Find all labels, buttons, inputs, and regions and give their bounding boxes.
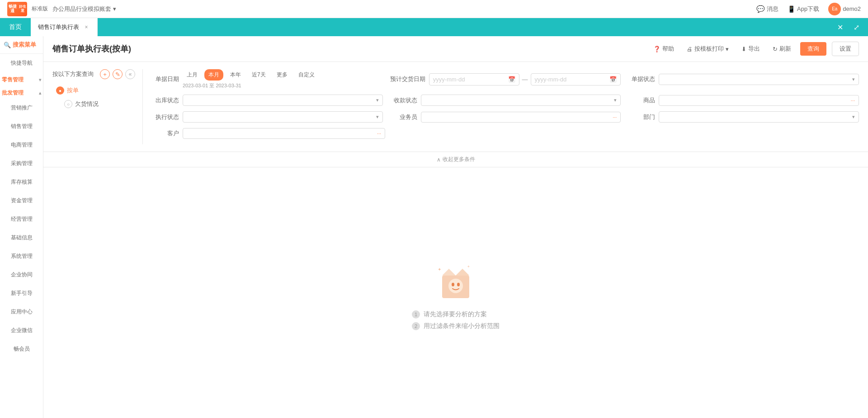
more-icon: ··· <box>613 114 617 120</box>
quick-date-lastmonth[interactable]: 上月 <box>183 69 202 81</box>
help-icon: ❓ <box>653 46 660 52</box>
refresh-button[interactable]: ↻ 刷新 <box>769 43 795 55</box>
content-area: 销售订单执行表(按单) ❓ 帮助 🖨 按模板打印 ▾ ⬇ 导出 ↻ 刷新 <box>43 36 868 418</box>
filter-field-forecast-date: 预计交货日期 yyyy-mm-dd 📅 — yyyy-mm-dd 📅 <box>390 73 621 86</box>
edit-scheme-button[interactable]: ✎ <box>113 69 123 79</box>
tab-sales-exec[interactable]: 销售订单执行表 × <box>31 18 98 36</box>
sidebar-item-ecommerce[interactable]: 电商管理 <box>2 137 41 153</box>
quick-date-7days[interactable]: 近7天 <box>248 69 270 81</box>
chevron-down-icon: ▾ <box>376 114 379 120</box>
add-scheme-button[interactable]: + <box>100 69 110 79</box>
salesman-input[interactable]: ··· <box>421 112 621 123</box>
app-download-button[interactable]: 📱 App下载 <box>788 5 819 13</box>
window-maximize-button[interactable]: ⤢ <box>850 21 863 33</box>
sidebar-item-member[interactable]: 畅会员 <box>2 341 41 357</box>
empty-tip-1: 1 请先选择要分析的方案 <box>412 310 500 318</box>
sidebar-item-inventory[interactable]: 库存核算 <box>2 174 41 190</box>
message-button[interactable]: 💬 消息 <box>756 5 778 13</box>
help-button[interactable]: ❓ 帮助 <box>650 43 678 55</box>
svg-point-3 <box>457 283 460 286</box>
filter-fields-panel: 单据日期 上月 本月 本年 近7天 更多 自定义 <box>143 69 859 144</box>
sidebar-section-retail[interactable]: 零售管理 ▾ <box>0 72 43 86</box>
salesman-label: 业务员 <box>390 113 417 121</box>
calendar-icon: 📅 <box>508 76 515 83</box>
tab-close-button[interactable]: × <box>83 24 90 31</box>
sidebar-item-purchase[interactable]: 采购管理 <box>2 155 41 172</box>
filter-field-goods: 商品 ··· <box>628 95 859 106</box>
date-separator: — <box>522 76 528 83</box>
sidebar-search[interactable]: 🔍 搜索菜单 <box>0 36 43 54</box>
sidebar-item-marketing[interactable]: 营销推广 <box>2 100 41 116</box>
top-bar-right: 💬 消息 📱 App下载 Ea demo2 <box>756 3 861 15</box>
window-close-button[interactable]: ✕ <box>834 21 846 33</box>
doc-status-select[interactable]: ▾ <box>659 74 859 85</box>
sidebar-item-system[interactable]: 系统管理 <box>2 248 41 265</box>
print-icon: 🖨 <box>687 46 693 52</box>
settings-button[interactable]: 设置 <box>832 42 859 56</box>
quick-date-custom[interactable]: 自定义 <box>294 69 319 81</box>
collapse-scheme-button[interactable]: « <box>125 69 135 79</box>
filter-scheme-actions: + ✎ « <box>100 69 135 79</box>
svg-text:✦: ✦ <box>467 265 470 269</box>
sidebar-item-operations[interactable]: 经营管理 <box>2 211 41 228</box>
message-icon: 💬 <box>756 5 765 13</box>
avatar: Ea <box>828 3 841 15</box>
goods-input[interactable]: ··· <box>659 95 859 106</box>
sidebar-item-appcenter[interactable]: 应用中心 <box>2 304 41 320</box>
page-header: 销售订单执行表(按单) ❓ 帮助 🖨 按模板打印 ▾ ⬇ 导出 ↻ 刷新 <box>43 36 868 62</box>
forecast-date-to[interactable]: yyyy-mm-dd 📅 <box>531 73 621 86</box>
quick-date-more[interactable]: 更多 <box>273 69 292 81</box>
quick-date-buttons: 上月 本月 本年 近7天 更多 自定义 <box>183 69 319 81</box>
tab-bar-actions: ✕ ⤢ <box>834 21 868 33</box>
tab-home[interactable]: 首页 <box>0 18 31 36</box>
top-bar-left: 畅捷通 好生意 标准版 办公用品行业模拟账套 ▾ <box>7 2 116 16</box>
receipt-select[interactable]: ▾ <box>421 95 621 106</box>
exec-status-select[interactable]: ▾ <box>183 111 383 123</box>
logo: 畅捷通 好生意 <box>7 2 27 16</box>
chevron-down-icon: ▾ <box>726 46 729 52</box>
chevron-up-icon: ∧ <box>437 157 441 163</box>
user-menu[interactable]: Ea demo2 <box>828 3 861 15</box>
app-type: 标准版 <box>32 5 48 13</box>
quick-date-thismonth[interactable]: 本月 <box>204 69 223 81</box>
filter-field-salesman: 业务员 ··· <box>390 112 621 123</box>
scheme-item-shortage[interactable]: ○ 欠货情况 <box>52 97 135 111</box>
sidebar-item-basic[interactable]: 基础信息 <box>2 229 41 246</box>
sidebar-item-quicknav[interactable]: 快捷导航 <box>2 55 41 71</box>
empty-tip-2: 2 用过滤条件来缩小分析范围 <box>412 322 500 330</box>
scheme-item-main[interactable]: ● 按单 <box>52 84 135 97</box>
chevron-down-icon: ▾ <box>39 77 41 82</box>
sidebar-item-newuser[interactable]: 新手引导 <box>2 285 41 302</box>
filter-panel: 按以下方案查询 + ✎ « ● 按单 ○ 欠货情况 <box>43 62 868 152</box>
sidebar-item-wechat[interactable]: 企业微信 <box>2 322 41 339</box>
sidebar-section-wholesale[interactable]: 批发管理 ▴ <box>0 86 43 99</box>
outbound-label: 出库状态 <box>152 96 179 104</box>
quick-date-thisyear[interactable]: 本年 <box>226 69 245 81</box>
receipt-label: 收款状态 <box>390 96 417 104</box>
sidebar-item-sales[interactable]: 销售管理 <box>2 118 41 135</box>
chevron-down-icon: ▾ <box>852 114 855 120</box>
filter-row-2: 出库状态 ▾ 收款状态 ▾ 商品 <box>152 95 859 106</box>
svg-point-2 <box>452 283 454 286</box>
export-button[interactable]: ⬇ 导出 <box>738 43 764 55</box>
outbound-select[interactable]: ▾ <box>183 95 383 106</box>
refresh-icon: ↻ <box>773 46 778 52</box>
sidebar-item-collab[interactable]: 企业协同 <box>2 266 41 283</box>
page-title: 销售订单执行表(按单) <box>52 43 131 54</box>
dept-select[interactable]: ▾ <box>659 111 859 123</box>
doc-status-label: 单据状态 <box>628 75 655 83</box>
empty-state-icon: ✦ ✦ <box>431 255 481 305</box>
tab-bar: 首页 销售订单执行表 × ✕ ⤢ <box>0 18 868 36</box>
app-download-icon: 📱 <box>788 5 795 13</box>
print-template-button[interactable]: 🖨 按模板打印 ▾ <box>683 43 732 55</box>
customer-input[interactable]: ··· <box>183 128 385 139</box>
breadcrumb[interactable]: 办公用品行业模拟账套 ▾ <box>52 5 116 13</box>
svg-text:✦: ✦ <box>438 267 441 272</box>
sidebar-item-finance[interactable]: 资金管理 <box>2 192 41 209</box>
query-button[interactable]: 查询 <box>800 42 826 56</box>
main-layout: 🔍 搜索菜单 快捷导航 零售管理 ▾ 批发管理 ▴ 营销推广 销售管理 电商管理… <box>0 36 868 418</box>
step-2: 2 <box>412 322 420 330</box>
forecast-date-from[interactable]: yyyy-mm-dd 📅 <box>429 73 519 86</box>
collapse-bar[interactable]: ∧ 收起更多条件 <box>43 152 868 167</box>
filter-row-4: 客户 ··· <box>152 128 859 139</box>
